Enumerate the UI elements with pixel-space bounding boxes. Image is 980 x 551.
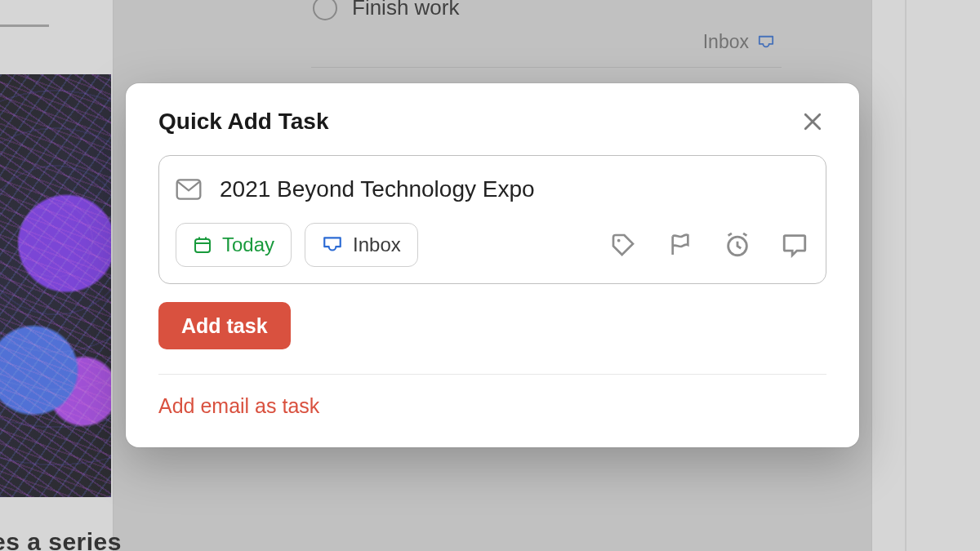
project-label: Inbox: [703, 31, 749, 53]
inbox-tray-icon: [757, 34, 775, 51]
project-chip-inbox[interactable]: Inbox: [305, 223, 418, 267]
priority-button[interactable]: [666, 230, 695, 260]
article-headline-fragment: es a series: [0, 528, 122, 551]
article-thumbnail: [0, 72, 111, 500]
right-divider: [905, 0, 906, 551]
task-row[interactable]: Finish work: [313, 0, 459, 20]
task-name-input[interactable]: [218, 176, 809, 203]
comment-button[interactable]: [780, 230, 809, 260]
schedule-chip-label: Today: [222, 233, 274, 256]
project-badge[interactable]: Inbox: [703, 31, 775, 53]
add-email-as-task-link[interactable]: Add email as task: [158, 394, 319, 418]
tag-icon: [610, 232, 636, 258]
task-checkbox[interactable]: [313, 0, 337, 20]
label-button[interactable]: [608, 230, 638, 260]
comment-icon: [781, 232, 808, 258]
mail-icon: [176, 179, 202, 200]
app-stage: Finish work Inbox es a series Quick Add …: [0, 0, 980, 551]
quick-add-task-modal: Quick Add Task: [126, 83, 859, 447]
svg-point-7: [617, 239, 621, 242]
close-icon: [800, 109, 825, 134]
calendar-icon: [193, 235, 212, 255]
menu-stub: [0, 0, 49, 27]
alarm-icon: [724, 231, 751, 259]
task-title: Finish work: [352, 0, 459, 20]
add-task-button[interactable]: Add task: [158, 302, 291, 349]
task-separator: [311, 67, 782, 68]
project-chip-label: Inbox: [353, 233, 401, 256]
task-input-card: Today Inbox: [158, 155, 826, 284]
close-button[interactable]: [799, 108, 826, 136]
flag-icon: [667, 232, 693, 258]
modal-separator: [158, 374, 826, 375]
inbox-tray-icon: [322, 235, 343, 255]
modal-title: Quick Add Task: [158, 109, 329, 135]
schedule-chip-today[interactable]: Today: [176, 223, 292, 267]
add-email-as-task-label: Add email as task: [158, 394, 319, 417]
add-task-button-label: Add task: [181, 314, 268, 338]
reminder-button[interactable]: [723, 230, 752, 260]
svg-rect-3: [195, 239, 210, 252]
